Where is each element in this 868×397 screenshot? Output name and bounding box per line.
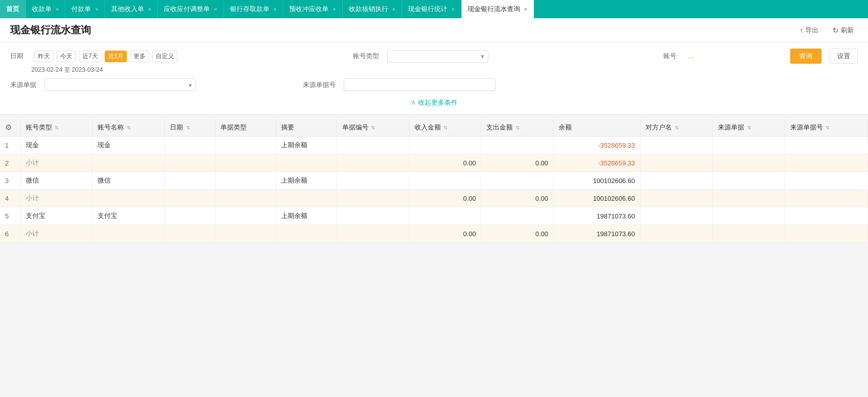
account-type-cell: 微信 [26,177,39,184]
nav-write-off-close[interactable]: × [392,6,395,12]
table-row: 3 微信 微信 上期余额 100102606.60 [0,172,868,190]
row-num: 4 [0,190,20,207]
th-source-doc-no[interactable]: 来源单据号 ⇅ [785,119,867,137]
account-name-cell [93,225,165,243]
account-name-cell: 现金 [93,137,165,154]
nav-bank-stat-close[interactable]: × [451,6,454,12]
gear-icon[interactable]: ⚙ [5,123,12,131]
income-cell: 0.00 [409,225,481,243]
nav-other-income-label: 其他收入单 [111,5,144,14]
date-cell [165,207,215,225]
th-account-type[interactable]: 账号类型 ⇅ [20,119,93,137]
table-row: 5 支付宝 支付宝 上期余额 19871073.60 [0,207,868,225]
table-row: 6 小计 0.00 0.00 19871073.60 [0,225,868,243]
date-btn-yesterday[interactable]: 昨天 [34,51,54,62]
collapse-bar[interactable]: ∧ 收起更多条件 [10,96,858,110]
nav-bank-stat[interactable]: 现金银行统计 × [402,0,461,18]
nav-bank-deposit-close[interactable]: × [273,6,277,12]
nav-write-off[interactable]: 收款核销执行 × [343,0,402,18]
th-balance: 余额 [554,119,641,137]
account-type-select[interactable]: 现金 微信 支付宝 [387,50,488,63]
account-type-cell: 现金 [20,137,93,154]
source-doc-no-cell [785,154,867,172]
th-doc-no[interactable]: 单据编号 ⇅ [337,119,409,137]
sort-source-doc-no-icon: ⇅ [826,125,830,130]
doc-type-cell [215,225,276,243]
data-table: ⚙ 账号类型 ⇅ 账号名称 ⇅ 日期 ⇅ 单据类型 摘要 单据编号 ⇅ 收入金额… [0,119,868,243]
account-name-cell [93,190,165,207]
header-actions: ↑ 导出 ↻ 刷新 [796,24,858,37]
sort-source-doc-icon: ⇅ [747,125,751,130]
income-cell [409,137,481,154]
date-btn-custom[interactable]: 自定义 [152,51,177,62]
counterpart-cell [641,190,713,207]
nav-ar-ap-close[interactable]: × [214,6,217,12]
refresh-button[interactable]: ↻ 刷新 [829,24,858,37]
nav-prepay-close[interactable]: × [333,6,336,12]
nav-bank-flow-close[interactable]: × [524,6,527,12]
th-counterpart[interactable]: 对方户名 ⇅ [641,119,713,137]
table-container: ⚙ 账号类型 ⇅ 账号名称 ⇅ 日期 ⇅ 单据类型 摘要 单据编号 ⇅ 收入金额… [0,119,868,243]
nav-bank-flow[interactable]: 现金银行流水查询 × [462,0,534,18]
nav-other-income-close[interactable]: × [148,6,151,12]
table-row: 4 小计 0.00 0.00 100102606.60 [0,190,868,207]
nav-bank-flow-label: 现金银行流水查询 [468,5,520,14]
query-button[interactable]: 查询 [790,49,821,64]
date-btn-1month[interactable]: 近1月 [105,51,127,62]
nav-prepay-label: 预收冲应收单 [289,5,329,14]
th-date[interactable]: 日期 ⇅ [165,119,215,137]
balance-cell: -3528659.33 [554,137,641,154]
counterpart-cell [641,172,713,190]
nav-bank-deposit[interactable]: 银行存取款单 × [224,0,283,18]
nav-bank-deposit-label: 银行存取款单 [230,5,269,14]
table-header-row: ⚙ 账号类型 ⇅ 账号名称 ⇅ 日期 ⇅ 单据类型 摘要 单据编号 ⇅ 收入金额… [0,119,868,137]
doc-no-cell [337,137,409,154]
th-source-doc[interactable]: 来源单据 ⇅ [712,119,785,137]
source-doc-cell [712,225,785,243]
summary-cell: 上期余额 [276,207,337,225]
th-doc-type: 单据类型 [215,119,276,137]
counterpart-cell [641,225,713,243]
doc-type-cell [215,172,276,190]
refresh-icon: ↻ [833,26,839,34]
expense-cell [481,137,554,154]
account-type-label: 账号类型 [353,52,379,61]
source-doc-no-cell [785,137,867,154]
source-doc-select[interactable] [44,78,196,91]
date-btn-7days[interactable]: 近7天 [79,51,102,62]
filter-row-1: 日期 昨天 今天 近7天 近1月 更多 自定义 账号类型 现金 微信 支付宝 账… [10,49,858,64]
balance-cell: 19871073.60 [554,225,641,243]
th-account-name[interactable]: 账号名称 ⇅ [93,119,165,137]
nav-prepay[interactable]: 预收冲应收单 × [283,0,342,18]
nav-home[interactable]: 首页 [0,0,26,18]
nav-payment-close[interactable]: × [95,6,98,12]
account-no-dots[interactable]: ... [688,52,694,61]
sort-expense-icon: ⇅ [516,125,520,130]
nav-ar-ap[interactable]: 应收应付调整单 × [158,0,223,18]
th-income[interactable]: 收入金额 ⇅ [409,119,481,137]
expense-cell [481,207,554,225]
account-type-cell: 支付宝 [26,212,45,219]
source-doc-no-cell [785,172,867,190]
th-expense[interactable]: 支出金额 ⇅ [481,119,554,137]
export-icon: ↑ [800,26,803,34]
nav-other-income[interactable]: 其他收入单 × [105,0,158,18]
export-button[interactable]: ↑ 导出 [796,24,823,37]
settings-button[interactable]: 设置 [830,49,858,64]
nav-receipt[interactable]: 收款单 × [26,0,65,18]
income-cell [409,207,481,225]
doc-no-cell [337,225,409,243]
summary-cell [276,225,337,243]
account-name-cell: 支付宝 [93,207,165,225]
row-num: 3 [0,172,20,190]
source-doc-no-input[interactable] [344,78,495,91]
date-btn-today[interactable]: 今天 [57,51,76,62]
source-doc-label: 来源单据 [10,80,36,90]
counterpart-cell [641,137,713,154]
nav-home-label: 首页 [6,5,19,14]
th-gear: ⚙ [0,119,20,137]
nav-receipt-close[interactable]: × [56,6,59,12]
nav-payment[interactable]: 付款单 × [65,0,105,18]
doc-type-cell [215,137,276,154]
date-btn-more[interactable]: 更多 [130,51,149,62]
